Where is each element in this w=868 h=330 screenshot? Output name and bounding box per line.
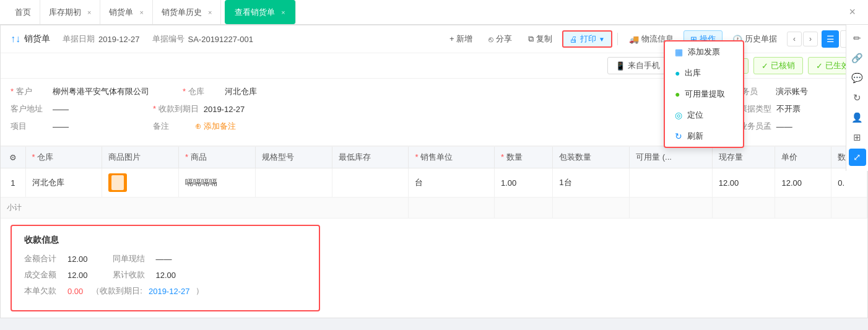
- tab-bar: 首页 库存期初 × 销货单 × 销货单历史 × 查看销货单 × ×: [0, 0, 868, 25]
- mobile-label: 来自手机: [628, 60, 660, 71]
- arrears-date: 2019-12-27: [149, 287, 190, 296]
- add-invoice-item[interactable]: ▦ 添加发票: [665, 41, 743, 63]
- subtotal-amount: [831, 198, 867, 219]
- doc-title: ↑↓ 销货单: [11, 33, 50, 45]
- nav-arrows: ‹ ›: [787, 32, 818, 46]
- window-close-button[interactable]: ×: [843, 6, 862, 19]
- add-button[interactable]: + 新增: [443, 31, 479, 47]
- add-note-button[interactable]: ⊕ 添加备注: [195, 121, 236, 132]
- subtotal-unit: [409, 198, 495, 219]
- product-table: ⚙ * 仓库 商品图片 * 商品 规格型号 最低库存 * 销售单位 * 数量 包…: [1, 147, 867, 219]
- date-label: 单据日期: [63, 33, 95, 45]
- subtotal-available: [630, 198, 713, 219]
- refresh-item[interactable]: ↻ 刷新: [665, 126, 743, 147]
- staff2-value: ——: [776, 122, 792, 131]
- list-view-button[interactable]: ☰: [822, 30, 839, 48]
- available-qty-item[interactable]: ● 可用量提取: [665, 84, 743, 105]
- row-product: 嗝嗝嗝嗝: [179, 168, 256, 198]
- divider1: [617, 33, 618, 45]
- grid-sidebar-icon[interactable]: ⊞: [849, 129, 866, 146]
- copy-label: 复制: [536, 33, 552, 45]
- share-button[interactable]: ⎋ 分享: [482, 31, 518, 47]
- due-date-field: * 收款到期日 2019-12-27: [153, 103, 277, 115]
- verified-icon: ✓: [762, 61, 768, 71]
- ticket-type-field: * 票据类型 不开票: [734, 103, 857, 115]
- outbound-item[interactable]: ● 出库: [665, 63, 743, 84]
- note-label: 备注: [153, 121, 190, 132]
- comment-sidebar-icon[interactable]: 💬: [849, 69, 866, 87]
- th-quantity: * 数量: [494, 147, 552, 168]
- link-sidebar-icon[interactable]: 🔗: [849, 50, 866, 67]
- share-icon: ⎋: [488, 35, 493, 44]
- share-label: 分享: [496, 33, 512, 45]
- user-sidebar-icon[interactable]: 👤: [849, 109, 866, 126]
- doc-type-label: 销货单: [24, 33, 50, 45]
- tab-sales-history[interactable]: 销货单历史 ×: [153, 0, 221, 24]
- next-button[interactable]: ›: [803, 32, 818, 46]
- tab-history-label: 销货单历史: [162, 7, 202, 18]
- print-dropdown-icon: ▼: [599, 36, 605, 43]
- th-unit-price: 单价: [775, 147, 831, 168]
- print-icon: 🖨: [570, 35, 578, 44]
- date-value: 2019-12-27: [98, 35, 140, 44]
- print-label: 打印: [580, 33, 596, 45]
- add-label: + 新增: [449, 33, 472, 45]
- tab-view-sales-close[interactable]: ×: [281, 9, 285, 16]
- tab-inventory-init[interactable]: 库存期初 ×: [40, 0, 100, 24]
- arrears-note-close: ）: [196, 285, 204, 297]
- th-spec: 规格型号: [255, 147, 332, 168]
- note-field: 备注 ⊕ 添加备注: [153, 121, 277, 132]
- tab-sales-order[interactable]: 销货单 ×: [100, 0, 152, 24]
- verified-button[interactable]: ✓ 已核销: [753, 57, 803, 74]
- th-product-img: 商品图片: [102, 147, 179, 168]
- th-unit: * 销售单位: [409, 147, 495, 168]
- due-date-value: 2019-12-27: [204, 105, 245, 114]
- expand-sidebar-icon[interactable]: ⤢: [849, 149, 866, 166]
- row-pack-qty: 1台: [553, 168, 630, 198]
- row-available: [630, 168, 713, 198]
- address-label: 客户地址: [11, 103, 48, 115]
- staff2-field: * 业务员孟 ——: [734, 121, 857, 132]
- tab-home[interactable]: 首页: [6, 0, 40, 24]
- subtotal-label: 小计: [1, 198, 409, 219]
- number-value: SA-20191227-001: [188, 35, 254, 44]
- row-quantity: 1.00: [494, 168, 552, 198]
- refresh-icon: ↻: [675, 131, 682, 141]
- locate-item[interactable]: ◎ 定位: [665, 105, 743, 126]
- tab-inventory-close[interactable]: ×: [87, 9, 91, 16]
- th-settings[interactable]: ⚙: [1, 147, 25, 168]
- payment-row-1: 金额合计 12.00 同单现结 ——: [24, 253, 306, 264]
- tab-view-sales[interactable]: 查看销货单 ×: [225, 0, 295, 24]
- staff-field: 业务员 演示账号: [734, 86, 857, 97]
- deal-amount-value: 12.00: [67, 271, 88, 280]
- th-warehouse: * 仓库: [25, 147, 102, 168]
- row-min-stock: [332, 168, 409, 198]
- same-order-field: 同单现结 ——: [113, 253, 172, 264]
- tab-history-close[interactable]: ×: [208, 9, 212, 16]
- edit-sidebar-icon[interactable]: ✏: [849, 30, 866, 47]
- subtotal-qty: [494, 198, 552, 219]
- th-stock: 现存量: [712, 147, 775, 168]
- copy-button[interactable]: ⧉ 复制: [522, 31, 558, 47]
- customer-field: * 客户 柳州粤港平安气体有限公司: [11, 86, 164, 97]
- available-qty-icon: ●: [675, 89, 680, 99]
- deal-amount-label: 成交金额: [24, 269, 61, 280]
- subtotal-row: 小计: [1, 198, 867, 219]
- subtotal-price: [775, 198, 831, 219]
- prev-button[interactable]: ‹: [787, 32, 802, 46]
- print-button[interactable]: 🖨 打印 ▼: [562, 30, 612, 48]
- mobile-button[interactable]: 📱 来自手机: [607, 57, 668, 74]
- payment-row-2: 成交金额 12.00 累计收款 12.00: [24, 269, 306, 280]
- logistics-icon: 🚚: [629, 35, 639, 44]
- outbound-label: 出库: [685, 67, 701, 79]
- add-invoice-label: 添加发票: [688, 46, 720, 58]
- customer-label: * 客户: [11, 86, 48, 97]
- add-invoice-icon: ▦: [675, 47, 683, 57]
- tab-sales-close[interactable]: ×: [139, 9, 143, 16]
- product-table-container: ⚙ * 仓库 商品图片 * 商品 规格型号 最低库存 * 销售单位 * 数量 包…: [1, 146, 867, 219]
- refresh-sidebar-icon[interactable]: ↻: [849, 89, 866, 106]
- total-amount-value: 12.00: [67, 254, 88, 264]
- total-amount-field: 金额合计 12.00: [24, 253, 88, 264]
- same-order-value: ——: [156, 254, 172, 264]
- doc-meta: 单据日期 2019-12-27 单据编号 SA-20191227-001: [63, 33, 253, 45]
